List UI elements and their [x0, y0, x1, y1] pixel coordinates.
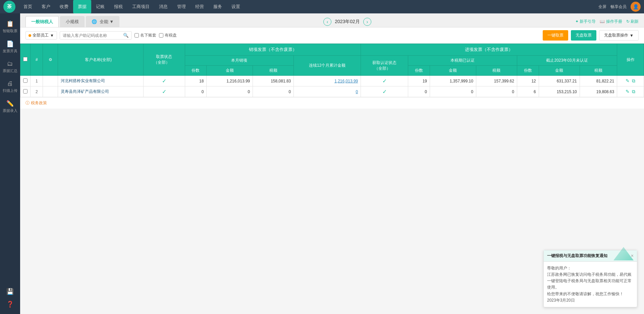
row1-uncert-amount: 631,337.21	[539, 76, 580, 86]
manual-button[interactable]: 📖 操作手册	[600, 19, 622, 24]
nav-home[interactable]: 首页	[19, 0, 37, 13]
toolbar-right-buttons: 一键取票 无盘取票 无盘取票操作 ▼	[543, 30, 639, 41]
sidebar-item-scan-upload-label: 扫描上传	[3, 88, 17, 93]
invoice-table-container: # ⚙ 客户名称(全部) ▼ 取票状态（全部） ▼ 销项发票（不含作废票） 进项…	[20, 44, 644, 97]
row2-company[interactable]: 灵寿县尚泽矿产品有限公司	[58, 86, 143, 97]
refresh-button[interactable]: ↻ 刷新	[626, 19, 639, 24]
one-key-fetch-button[interactable]: 一键取票	[543, 30, 568, 41]
prev-month-button[interactable]: ‹	[323, 18, 331, 26]
tab-all[interactable]: 🌐 全能 ▼	[86, 16, 119, 27]
row1-copy-icon[interactable]: ⧉	[632, 78, 635, 83]
new-guide-button[interactable]: ✦ 新手引导	[575, 19, 596, 24]
employee-select-arrow: ▼	[50, 33, 54, 38]
nav-client[interactable]: 客户	[37, 0, 55, 13]
header-uncert-tax: 税额	[580, 66, 617, 76]
invoice-summary-icon: 🗂	[7, 60, 13, 67]
header-sales-count: 份数	[185, 66, 207, 76]
tab-small-scale[interactable]: 小规模	[60, 16, 85, 27]
row2-uncert-count: 6	[517, 86, 539, 97]
nav-commerce[interactable]: 工商项目	[127, 0, 154, 13]
checkbox-subledger[interactable]: 名下账套	[135, 33, 156, 38]
tab-all-label: 全能	[100, 19, 108, 24]
nav-bookkeeping[interactable]: 记账	[91, 0, 109, 13]
header-operations: 操作	[617, 44, 644, 76]
row1-certify-status-icon: ✓	[382, 78, 387, 84]
fullscreen-button[interactable]: 全屏	[598, 4, 606, 10]
header-fetch-status: 取票状态（全部） ▼	[143, 44, 185, 76]
select-all-checkbox[interactable]	[23, 57, 28, 61]
header-sales-tax: 税额	[253, 66, 294, 76]
fetch-status-filter-icon[interactable]: ▼	[171, 61, 174, 64]
subledger-label: 名下账套	[140, 33, 156, 38]
next-month-button[interactable]: ›	[363, 18, 371, 26]
no-disc-ops-button[interactable]: 无盘取票操作 ▼	[599, 30, 639, 41]
row2-cumulative[interactable]: 0	[294, 86, 361, 97]
row2-copy-icon[interactable]: ⧉	[632, 89, 635, 94]
row2-checkbox[interactable]	[23, 89, 28, 93]
row2-sales-tax: 0	[253, 86, 294, 97]
row1-company[interactable]: 河北柯搭柃实业有限公司	[58, 76, 143, 86]
header-uncertified: 截止2023年03月未认证	[517, 56, 617, 66]
app-logo: 茶	[3, 1, 15, 13]
tab-all-more-icon: ▼	[109, 19, 114, 24]
row2-purchase-amount: 0	[430, 86, 476, 97]
nav-settings[interactable]: 设置	[227, 0, 245, 13]
sidebar-item-invoice-summary[interactable]: 🗂 票据汇总	[0, 57, 20, 77]
sidebar-item-invoice-open[interactable]: 📄 发票开具	[0, 37, 20, 57]
sidebar-item-scan-upload[interactable]: 🖨 扫描上传	[0, 77, 20, 97]
row2-actions: ✎ ⧉	[617, 86, 644, 97]
row1-checkbox[interactable]	[23, 78, 28, 83]
nav-invoice[interactable]: 票据	[73, 0, 91, 13]
certify-filter-icon[interactable]: ▼	[391, 67, 395, 70]
row2-settings	[43, 86, 58, 97]
row1-fetch-status: ✓	[143, 76, 185, 86]
tab-right-actions: ✦ 新手引导 📖 操作手册 ↻ 刷新	[575, 19, 639, 24]
employee-select[interactable]: 全部员工 ▼	[25, 31, 57, 40]
row1-certify-status: ✓	[361, 76, 408, 86]
search-input[interactable]	[60, 32, 120, 39]
row1-edit-icon[interactable]: ✎	[626, 78, 630, 83]
nav-business[interactable]: 经营	[191, 0, 209, 13]
tab-general-taxpayer[interactable]: 一般纳税人	[25, 16, 59, 27]
row2-index: 2	[31, 86, 43, 97]
header-purchase-count: 份数	[408, 66, 430, 76]
tax-disk-checkbox[interactable]	[159, 33, 163, 38]
row2-uncert-tax: 19,808.63	[580, 86, 617, 97]
current-month-label: 2023年02月	[335, 19, 360, 25]
row1-checkbox-cell	[20, 76, 31, 86]
invoice-open-icon: 📄	[6, 40, 14, 48]
nav-tax[interactable]: 报税	[109, 0, 127, 13]
nav-service[interactable]: 服务	[209, 0, 227, 13]
nav-manage[interactable]: 管理	[172, 0, 191, 13]
checkbox-tax-disk[interactable]: 有税盘	[159, 33, 177, 38]
smart-fetch-icon: 📋	[6, 20, 14, 27]
tax-policy-link[interactable]: 税务政策	[31, 100, 47, 106]
sidebar-item-invoice-open-label: 发票开具	[3, 49, 17, 54]
member-button[interactable]: 畅享会员	[610, 4, 627, 10]
search-button[interactable]: 🔍	[120, 32, 131, 39]
nav-message[interactable]: 消息	[154, 0, 172, 13]
row1-cumulative[interactable]: 1,216,013.99	[294, 76, 361, 86]
all-tab-icon: 🌐	[92, 19, 97, 24]
row2-purchase-count: 0	[408, 86, 430, 97]
row2-edit-icon[interactable]: ✎	[626, 89, 630, 94]
sidebar-item-invoice-entry-label: 票据录入	[3, 108, 17, 109]
tax-policy-info-icon: ⓘ	[25, 100, 30, 106]
header-sales-amount: 金额	[207, 66, 253, 76]
search-box: 🔍	[60, 31, 132, 40]
row1-purchase-amount: 1,357,999.10	[430, 76, 476, 86]
subledger-checkbox[interactable]	[135, 33, 139, 38]
nav-menu: 首页 客户 收费 票据 记账 报税 工商项目 消息 管理 经营 服务 设置	[19, 0, 598, 13]
nav-fee[interactable]: 收费	[55, 0, 73, 13]
header-certify-status: 获取认证状态（全部） ▼	[361, 56, 408, 76]
row1-index: 1	[31, 76, 43, 86]
row2-cumulative-link[interactable]: 0	[356, 89, 358, 94]
table-row: 1 河北柯搭柃实业有限公司 ✓ 18 1,216,013.99 158,081.…	[20, 76, 644, 86]
company-filter-icon[interactable]: ▼	[113, 58, 116, 62]
row1-cumulative-link[interactable]: 1,216,013.99	[334, 79, 358, 83]
user-avatar[interactable]: 👤	[631, 2, 641, 12]
sidebar-item-smart-fetch[interactable]: 📋 智能取票	[0, 17, 20, 37]
sidebar-item-invoice-entry[interactable]: ✏️ 票据录入	[0, 97, 20, 109]
row1-sales-count: 18	[185, 76, 207, 86]
no-disc-fetch-button[interactable]: 无盘取票	[571, 30, 596, 41]
